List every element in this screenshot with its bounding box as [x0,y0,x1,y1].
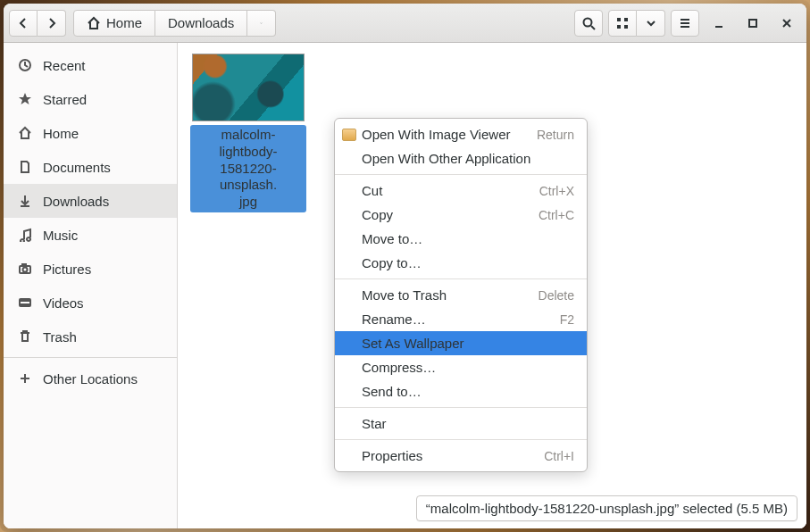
status-text: “malcolm-lightbody-1581220-unsplash.jpg”… [426,501,788,516]
menu-send-to[interactable]: Send to… [335,379,587,403]
file-manager-window: Home Downloads [4,4,806,528]
menu-move-to-trash[interactable]: Move to Trash Delete [335,283,587,307]
svg-rect-19 [22,264,26,266]
svg-line-1 [591,26,595,29]
sidebar: Recent Starred Home Documents Downloads … [4,43,178,528]
svg-marker-14 [19,93,31,104]
svg-rect-4 [617,25,621,29]
menu-rename[interactable]: Rename… F2 [335,307,587,331]
file-name-label: malcolm-lightbody- 1581220-unsplash. jpg [190,125,306,212]
svg-point-18 [23,268,28,272]
file-item[interactable]: malcolm-lightbody- 1581220-unsplash. jpg [190,54,306,212]
menu-cut[interactable]: Cut Ctrl+X [335,179,587,203]
menu-properties[interactable]: Properties Ctrl+I [335,444,587,468]
home-icon [18,126,32,140]
menu-open-with-other[interactable]: Open With Other Application [335,146,587,170]
menu-separator [335,407,587,408]
sidebar-item-music[interactable]: Music [4,218,177,252]
sidebar-item-recent[interactable]: Recent [4,48,177,82]
menu-compress[interactable]: Compress… [335,355,587,379]
context-menu: Open With Image Viewer Return Open With … [334,118,588,472]
hamburger-icon [678,16,692,30]
menu-separator [335,174,587,175]
path-bar: Home Downloads [73,10,276,37]
pathbar-home[interactable]: Home [73,10,155,37]
home-icon [87,16,101,30]
menu-star[interactable]: Star [335,411,587,436]
grid-icon [615,16,630,30]
svg-rect-10 [749,20,756,27]
headerbar: Home Downloads [4,4,806,43]
menu-move-to[interactable]: Move to… [335,227,587,251]
pathbar-current[interactable]: Downloads [155,10,247,37]
sidebar-item-label: Downloads [43,194,109,209]
menu-copy-to[interactable]: Copy to… [335,251,587,275]
sidebar-item-label: Pictures [43,262,91,277]
video-icon [18,295,32,310]
view-switcher-group [608,10,665,37]
status-bar: “malcolm-lightbody-1581220-unsplash.jpg”… [416,495,797,521]
sidebar-separator [4,357,177,358]
clock-icon [18,58,32,72]
menu-set-as-wallpaper[interactable]: Set As Wallpaper [335,331,587,355]
search-button[interactable] [574,10,603,37]
icon-view-button[interactable] [608,10,637,37]
nav-group [9,10,66,37]
sidebar-item-label: Home [43,126,79,141]
file-thumbnail [192,54,305,121]
maximize-icon [746,16,760,30]
plus-icon [18,371,32,386]
hamburger-menu-button[interactable] [671,10,699,37]
svg-rect-3 [624,18,628,21]
pathbar-current-label: Downloads [168,15,234,30]
sidebar-item-trash[interactable]: Trash [4,320,177,353]
menu-separator [335,439,587,440]
forward-button[interactable] [38,10,66,37]
sidebar-item-starred[interactable]: Starred [4,82,177,116]
sidebar-item-other-locations[interactable]: Other Locations [4,362,177,395]
sidebar-item-label: Videos [43,295,84,311]
trash-icon [18,329,32,344]
image-viewer-icon [342,129,356,141]
menu-separator [335,278,587,279]
sidebar-item-downloads[interactable]: Downloads [4,184,177,218]
sidebar-item-pictures[interactable]: Pictures [4,252,177,286]
sidebar-item-home[interactable]: Home [4,116,177,150]
svg-point-0 [584,18,592,26]
minimize-button[interactable] [705,10,733,37]
sidebar-item-label: Other Locations [43,371,138,387]
svg-rect-5 [624,25,628,29]
menu-copy[interactable]: Copy Ctrl+C [335,203,587,227]
sidebar-item-label: Documents [43,160,111,175]
menu-open-with-viewer[interactable]: Open With Image Viewer Return [335,122,587,146]
pathbar-home-label: Home [106,15,142,30]
minimize-icon [712,16,726,30]
sidebar-item-label: Starred [43,92,87,107]
camera-icon [18,262,32,276]
sidebar-item-label: Music [43,228,78,243]
chevron-left-icon [16,16,30,30]
maximize-button[interactable] [739,10,767,37]
back-button[interactable] [9,10,38,37]
close-icon [780,16,794,30]
caret-down-icon [260,16,263,30]
chevron-right-icon [45,16,59,30]
svg-rect-2 [617,18,621,21]
caret-down-icon [644,16,658,30]
document-icon [18,160,32,174]
close-button[interactable] [772,10,801,37]
sidebar-item-label: Recent [43,58,86,73]
view-dropdown-button[interactable] [637,10,665,37]
download-icon [18,194,32,208]
sidebar-item-videos[interactable]: Videos [4,286,177,320]
star-icon [18,92,32,106]
pathbar-dropdown[interactable] [247,10,276,37]
music-icon [18,228,32,242]
search-icon [581,16,596,30]
sidebar-item-label: Trash [43,329,77,345]
sidebar-item-documents[interactable]: Documents [4,150,177,184]
